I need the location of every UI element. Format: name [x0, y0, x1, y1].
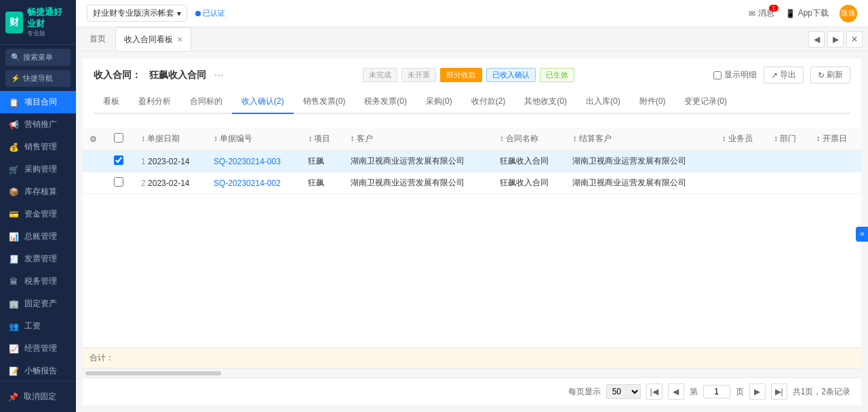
tab-label: 收入合同看板: [124, 34, 173, 45]
search-icon: 🔍: [11, 53, 20, 62]
sub-tab-purchase[interactable]: 采购(0): [416, 90, 462, 114]
display-detail-checkbox[interactable]: 显示明细: [713, 69, 757, 81]
message-badge: 1: [769, 5, 778, 12]
row-department: [767, 151, 809, 172]
contract-header: 收入合同： 狂飙收入合同 ··· 未完成未开票部分收款已收入确认已生效 显示明细…: [83, 58, 861, 122]
sub-tab-profit[interactable]: 盈利分析: [129, 90, 180, 114]
col-date: ↕ 单据日期: [134, 128, 207, 151]
purchase-icon: 🛒: [8, 164, 19, 175]
row-number-link[interactable]: SQ-20230214-002: [214, 179, 281, 188]
sub-tab-tax_invoice[interactable]: 税务发票(0): [355, 90, 416, 114]
sub-tab-other_receipt[interactable]: 其他收支(0): [515, 90, 576, 114]
sidebar-item-general[interactable]: 📊总账管理: [0, 225, 76, 248]
status-tag-confirmed[interactable]: 已收入确认: [486, 68, 536, 82]
last-page-button[interactable]: ▶|: [771, 383, 787, 400]
page-size-select[interactable]: 2050100: [606, 384, 641, 399]
tab-nav-buttons: ◀ ▶ ✕: [808, 31, 863, 48]
sidebar-item-sales[interactable]: 💰销售管理: [0, 136, 76, 158]
unpin-icon: 📌: [8, 392, 18, 402]
more-button[interactable]: ···: [214, 69, 223, 81]
contract-label: 收入合同：: [94, 69, 141, 81]
sub-tabs: 看板盈利分析合同标的收入确认(2)销售发票(0)税务发票(0)采购(0)收付款(…: [94, 90, 850, 114]
sub-tab-kanban[interactable]: 看板: [94, 90, 129, 114]
brand-name: 畅捷通好业财: [27, 7, 71, 30]
settings-icon[interactable]: ⚙: [90, 134, 97, 144]
first-page-button[interactable]: |◀: [646, 383, 663, 400]
status-tag-effective[interactable]: 已生效: [540, 68, 574, 82]
main-area: 好业财专业版演示帐套 ▾ 已认证 ✉ 消息 1 📱 App下载 珠珠 首页: [76, 0, 868, 412]
next-page-button[interactable]: ▶: [749, 383, 766, 400]
sidebar-item-report[interactable]: 📝小畅报告: [0, 360, 76, 381]
sub-tab-income_confirm[interactable]: 收入确认(2): [232, 90, 294, 114]
sidebar-item-purchase[interactable]: 🛒采购管理: [0, 158, 76, 181]
sidebar-item-unpin[interactable]: 📌 取消固定: [0, 386, 76, 408]
message-icon: ✉: [749, 9, 755, 18]
tab-income-contract[interactable]: 收入合同看板 ×: [115, 27, 191, 51]
display-detail-input[interactable]: [713, 71, 722, 79]
avatar[interactable]: 珠珠: [840, 5, 857, 22]
export-icon: ↗: [771, 71, 778, 80]
sub-tab-sales_invoice[interactable]: 销售发票(0): [294, 90, 355, 114]
status-tag-incomplete[interactable]: 未完成: [363, 68, 397, 82]
data-table: ⚙ ↕ 单据日期 ↕ 单据编号 ↕ 项目 ↕ 客户 ↕ 合同名称 ↕ 结算客户 …: [83, 128, 861, 194]
company-selector[interactable]: 好业财专业版演示帐套 ▾: [87, 5, 187, 22]
status-tag-no_invoice[interactable]: 未开票: [401, 68, 436, 82]
tab-close-button[interactable]: ✕: [846, 31, 863, 48]
status-tag-partial_receipt[interactable]: 部分收款: [440, 68, 482, 82]
row-checkbox: [107, 151, 134, 172]
scroll-thumb[interactable]: [85, 371, 221, 375]
prev-page-button[interactable]: ◀: [668, 383, 684, 400]
table-container: ⚙ ↕ 单据日期 ↕ 单据编号 ↕ 项目 ↕ 客户 ↕ 合同名称 ↕ 结算客户 …: [83, 128, 861, 348]
row-checkbox: [107, 172, 134, 194]
sidebar-item-marketing[interactable]: 📢营销推广: [0, 113, 76, 136]
export-button[interactable]: ↗ 导出: [764, 67, 804, 83]
col-settings: ⚙: [83, 128, 107, 151]
row-number-link[interactable]: SQ-20230214-003: [214, 157, 281, 166]
sidebar-item-funds[interactable]: 💳资金管理: [0, 203, 76, 225]
sub-tab-attachment[interactable]: 附件(0): [630, 90, 675, 114]
phone-icon: 📱: [785, 9, 795, 18]
sidebar-item-hr[interactable]: 👥工资: [0, 315, 76, 337]
right-panel-button[interactable]: ≡: [856, 227, 868, 242]
report-icon: 📝: [8, 366, 19, 377]
quick-icon: ⚡: [11, 74, 20, 83]
tab-next-button[interactable]: ▶: [827, 31, 844, 48]
sidebar-item-tax[interactable]: 🏛税务管理: [0, 270, 76, 293]
sidebar-item-project[interactable]: 📋项目合同: [0, 91, 76, 113]
verified-badge: 已认证: [195, 8, 225, 18]
sidebar-logo: 财 畅捷通好业财 专业版: [0, 0, 76, 45]
sub-tab-contract_std[interactable]: 合同标的: [180, 90, 232, 114]
tab-home[interactable]: 首页: [81, 27, 114, 51]
quick-nav-area: ⚡ 快捷导航: [0, 70, 76, 91]
sub-tab-warehouse[interactable]: 出入库(0): [576, 90, 630, 114]
row-date: 1 2023-02-14: [134, 151, 207, 172]
app-download-button[interactable]: 📱 App下载: [785, 7, 829, 19]
tab-prev-button[interactable]: ◀: [808, 31, 825, 48]
sub-tab-change_record[interactable]: 变更记录(0): [675, 90, 736, 114]
row-customer: 湖南卫视商业运营发展有限公司: [344, 151, 493, 172]
col-salesperson: ↕ 业务员: [715, 128, 767, 151]
refresh-icon: ↻: [818, 71, 825, 80]
sub-tab-payment[interactable]: 收付款(2): [462, 90, 515, 114]
select-all-checkbox[interactable]: [114, 133, 123, 143]
table-row[interactable]: 1 2023-02-14 SQ-20230214-003 狂飙 湖南卫视商业运营…: [83, 151, 861, 172]
search-menu-button[interactable]: 🔍 搜索菜单: [5, 49, 71, 66]
table-row[interactable]: 2 2023-02-14 SQ-20230214-002 狂飙 湖南卫视商业运营…: [83, 172, 861, 194]
close-tab-button[interactable]: ×: [177, 34, 182, 45]
col-contract-name: ↕ 合同名称: [493, 128, 566, 151]
sidebar-item-inventory[interactable]: 📦库存核算: [0, 181, 76, 203]
refresh-button[interactable]: ↻ 刷新: [810, 67, 850, 83]
message-button[interactable]: ✉ 消息 1: [749, 7, 774, 19]
quick-nav-button[interactable]: ⚡ 快捷导航: [5, 70, 71, 87]
row-checkbox-input[interactable]: [114, 177, 123, 187]
project-icon: 📋: [8, 97, 19, 108]
sidebar-item-invoice[interactable]: 🧾发票管理: [0, 248, 76, 270]
row-checkbox-input[interactable]: [114, 155, 123, 165]
sidebar-item-fixed[interactable]: 🏢固定资产: [0, 293, 76, 315]
hr-icon: 👥: [8, 321, 19, 332]
page-input[interactable]: [703, 385, 730, 398]
sidebar-item-ops[interactable]: 📈经营管理: [0, 337, 76, 360]
table-head: ⚙ ↕ 单据日期 ↕ 单据编号 ↕ 项目 ↕ 客户 ↕ 合同名称 ↕ 结算客户 …: [83, 128, 861, 151]
sidebar: 财 畅捷通好业财 专业版 🔍 搜索菜单 ⚡ 快捷导航 📋项目合同📢营销推广💰销售…: [0, 0, 76, 412]
general-icon: 📊: [8, 231, 19, 242]
